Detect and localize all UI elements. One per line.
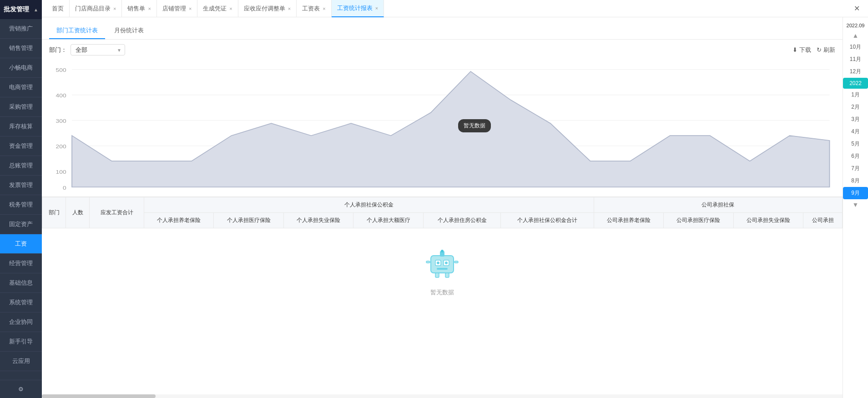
table-scrollbar[interactable]: [42, 394, 843, 398]
sidebar-collapse-icon: ▲: [34, 7, 38, 12]
sidebar-item-销售管理[interactable]: 销售管理: [0, 39, 42, 58]
sub-tabs: 部门工资统计表 月份统计表: [42, 17, 843, 40]
tab-close-icon[interactable]: ×: [189, 6, 192, 11]
tab-label: 首页: [52, 5, 64, 13]
timeline-month-8月[interactable]: 8月: [843, 175, 868, 187]
tab-门店商品目录[interactable]: 门店商品目录×: [70, 0, 122, 17]
table-scrollbar-thumb[interactable]: [42, 394, 156, 398]
tab-应收应付调整单[interactable]: 应收应付调整单×: [238, 0, 297, 17]
table-no-data: 暂无数据: [42, 228, 843, 315]
dept-label: 部门：: [49, 46, 67, 54]
timeline-month-11月[interactable]: 11月: [843, 53, 868, 65]
sidebar-item-工资[interactable]: 工资: [0, 234, 42, 254]
timeline-month-2022[interactable]: 2022: [843, 78, 868, 89]
table-header-row-2: 个人承担养老保险 个人承担医疗保险 个人承担失业保险 个人承担大额医疗 个人承担…: [42, 213, 843, 228]
sidebar-item-基础信息[interactable]: 基础信息: [0, 273, 42, 293]
col-dept: 部门: [42, 197, 66, 228]
svg-point-20: [441, 250, 444, 252]
col-company-other: 公司承担: [803, 213, 843, 228]
chart-no-data-tooltip: 暂无数据: [458, 119, 491, 132]
tab-label: 销售单: [127, 5, 145, 13]
tab-店铺管理[interactable]: 店铺管理×: [157, 0, 197, 17]
svg-marker-12: [72, 71, 829, 187]
download-icon: ⬇: [792, 46, 797, 53]
table-header-row-1: 部门 人数 应发工资合计 个人承担社保公积金 公司承担社保: [42, 197, 843, 213]
sidebar-item-营销推广[interactable]: 营销推广: [0, 19, 42, 39]
tab-bar-close-button[interactable]: ✕: [850, 4, 863, 13]
timeline-month-10月[interactable]: 10月: [843, 41, 868, 53]
sidebar-item-采购管理[interactable]: 采购管理: [0, 97, 42, 117]
tab-label: 工资表: [302, 5, 320, 13]
refresh-button[interactable]: ↻ 刷新: [817, 46, 835, 54]
col-personal-total: 个人承担社保公积金合计: [501, 213, 594, 228]
svg-rect-18: [437, 268, 448, 270]
col-company-pension: 公司承担养老保险: [594, 213, 664, 228]
timeline-up-arrow[interactable]: ▲: [851, 30, 861, 41]
sidebar-item-库存核算[interactable]: 库存核算: [0, 117, 42, 136]
sidebar-item-电商管理[interactable]: 电商管理: [0, 78, 42, 97]
timeline-current-year: 2022.09: [846, 21, 866, 30]
sidebar-item-企业协同[interactable]: 企业协同: [0, 312, 42, 332]
svg-point-16: [437, 262, 439, 264]
timeline-month-4月[interactable]: 4月: [843, 126, 868, 138]
tab-close-icon[interactable]: ×: [288, 6, 291, 11]
col-company-insurance: 公司承担社保: [594, 197, 843, 213]
salary-chart: 500 400 300 200 100 0: [49, 65, 835, 192]
table-no-data-text: 暂无数据: [430, 288, 454, 297]
sidebar-item-发票管理[interactable]: 发票管理: [0, 176, 42, 195]
timeline-month-1月[interactable]: 1月: [843, 89, 868, 101]
main-area: 首页门店商品目录×销售单×店铺管理×生成凭证×应收应付调整单×工资表×工资统计报…: [42, 0, 868, 398]
tab-close-icon[interactable]: ×: [113, 6, 116, 11]
timeline-month-7月[interactable]: 7月: [843, 162, 868, 175]
sidebar-item-系统管理[interactable]: 系统管理: [0, 293, 42, 312]
tab-close-icon[interactable]: ×: [229, 6, 232, 11]
download-button[interactable]: ⬇ 下载: [792, 46, 811, 54]
sidebar-item-固定资产[interactable]: 固定资产: [0, 215, 42, 234]
tab-工资统计报表[interactable]: 工资统计报表×: [332, 0, 384, 17]
svg-rect-22: [454, 261, 458, 263]
salary-table: 部门 人数 应发工资合计 个人承担社保公积金 公司承担社保 个人承担养老保险 个…: [42, 197, 843, 228]
tab-label: 生成凭证: [203, 5, 227, 13]
sidebar-header[interactable]: 批发管理 ▲: [0, 0, 42, 19]
col-count: 人数: [66, 197, 90, 228]
tab-生成凭证[interactable]: 生成凭证×: [197, 0, 238, 17]
tab-工资表[interactable]: 工资表×: [297, 0, 331, 17]
tab-销售单[interactable]: 销售单×: [122, 0, 156, 17]
sidebar-item-总账管理[interactable]: 总账管理: [0, 156, 42, 176]
tab-monthly-stats[interactable]: 月份统计表: [107, 23, 151, 39]
toolbar-left: 部门： 全部: [49, 44, 125, 55]
svg-text:200: 200: [56, 143, 66, 150]
tab-首页[interactable]: 首页: [46, 0, 70, 17]
sidebar-item-资金管理[interactable]: 资金管理: [0, 136, 42, 156]
timeline-month-5月[interactable]: 5月: [843, 138, 868, 150]
svg-rect-13: [431, 256, 454, 273]
timeline-month-12月[interactable]: 12月: [843, 65, 868, 78]
sidebar-item-新手引导[interactable]: 新手引导: [0, 332, 42, 352]
svg-text:500: 500: [56, 67, 66, 73]
toolbar: 部门： 全部 ⬇ 下载 ↻ 刷新: [42, 40, 843, 60]
tab-close-icon[interactable]: ×: [323, 6, 325, 11]
timeline-month-3月[interactable]: 3月: [843, 113, 868, 126]
sidebar-item-小畅电商[interactable]: 小畅电商: [0, 58, 42, 78]
content-area: 部门工资统计表 月份统计表 部门： 全部 ⬇ 下载: [42, 17, 868, 398]
timeline-month-9月[interactable]: 9月: [843, 187, 868, 199]
tab-close-icon[interactable]: ×: [148, 6, 151, 11]
sidebar-item-云应用[interactable]: 云应用: [0, 352, 42, 371]
timeline-month-2月[interactable]: 2月: [843, 101, 868, 113]
col-personal-housing: 个人承担住房公积金: [423, 213, 500, 228]
sidebar: 批发管理 ▲ 营销推广销售管理小畅电商电商管理采购管理库存核算资金管理总账管理发…: [0, 0, 42, 398]
dept-select[interactable]: 全部: [71, 44, 125, 55]
sidebar-item-经营管理[interactable]: 经营管理: [0, 254, 42, 273]
tab-dept-salary[interactable]: 部门工资统计表: [49, 23, 105, 39]
tab-close-icon[interactable]: ×: [375, 5, 378, 11]
refresh-icon: ↻: [817, 46, 822, 53]
sidebar-item-税务管理[interactable]: 税务管理: [0, 195, 42, 215]
tab-bar: 首页门店商品目录×销售单×店铺管理×生成凭证×应收应付调整单×工资表×工资统计报…: [42, 0, 868, 17]
table-wrapper[interactable]: 部门 人数 应发工资合计 个人承担社保公积金 公司承担社保 个人承担养老保险 个…: [42, 196, 843, 394]
timeline-month-6月[interactable]: 6月: [843, 150, 868, 162]
sidebar-settings[interactable]: ⚙: [0, 380, 42, 398]
svg-text:0: 0: [63, 185, 66, 191]
svg-rect-23: [435, 273, 439, 277]
timeline-down-arrow[interactable]: ▼: [851, 199, 861, 210]
timeline-panel: 2022.09 ▲ 10月11月12月20221月2月3月4月5月6月7月8月9…: [843, 17, 868, 398]
